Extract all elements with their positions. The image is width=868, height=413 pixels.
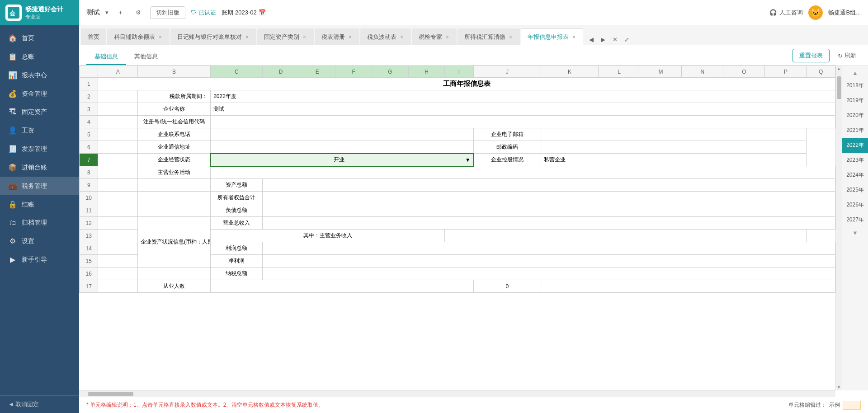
cell-15c[interactable]: 净利润 [211,255,263,268]
cell-9c[interactable]: 资产总额 [211,179,263,192]
tab-aux[interactable]: 科目辅助余额表 × [107,28,170,45]
cell-8c[interactable] [211,166,835,179]
cell-10d[interactable] [263,192,835,204]
year-2027[interactable]: 2027年 [842,212,868,227]
year-scroll-down[interactable]: ▼ [848,227,863,238]
sidebar-item-fund[interactable]: 💰 资金管理 [0,84,79,103]
cell-16d[interactable] [263,268,835,280]
year-2023[interactable]: 2023年 [842,153,868,168]
cell-15d[interactable] [263,255,835,268]
reset-btn[interactable]: 重置报表 [793,49,830,62]
scroll-down-btn[interactable]: ▼ [836,384,842,390]
cell-5k[interactable] [541,128,807,141]
cell-7k[interactable]: 私营企业 [541,154,807,166]
cell-4c[interactable] [211,116,835,128]
v-scrollbar[interactable]: ▲ ▼ [835,66,842,390]
year-2019[interactable]: 2019年 [842,93,868,108]
topbar-switch-btn[interactable]: 切到旧版 [150,6,185,19]
sidebar-item-invoice[interactable]: 🧾 发票管理 [0,140,79,158]
cell-7b[interactable]: 企业经营状态 [137,154,210,166]
year-2022[interactable]: 2022年 [842,138,868,153]
sidebar-collapse-btn[interactable]: ◄ 取消固定 [0,395,79,413]
cell-12b-merged[interactable]: 企业资产状况信息(币种：人民币万元) [137,217,210,268]
tab-close-tax-table[interactable]: × [348,34,353,40]
cell-12d[interactable] [263,217,835,230]
scroll-up-btn[interactable]: ▲ [836,66,842,72]
cell-3c[interactable]: 测试 [211,103,835,116]
cell-8b[interactable]: 主营业务活动 [137,166,210,179]
sidebar-item-home[interactable]: 🏠 首页 [0,29,79,47]
sidebar-item-settings[interactable]: ⚙ 设置 [0,232,79,250]
cell-6j[interactable]: 邮政编码 [473,141,541,154]
tab-close-income-tax[interactable]: × [508,34,513,40]
subtab-other[interactable]: 其他信息 [126,49,166,65]
cell-7c-dropdown[interactable]: 开业 ▼ [211,154,473,166]
tab-income-tax[interactable]: 所得税汇算清缴 × [458,28,520,45]
cell-14c[interactable]: 利润总额 [211,242,263,255]
h-scrollbar[interactable] [79,390,835,397]
cell-9d[interactable] [263,179,835,192]
cell-3b[interactable]: 企业名称 [137,103,210,116]
year-2025[interactable]: 2025年 [842,183,868,197]
tab-close-tax-check[interactable]: × [445,34,450,40]
cell-17j[interactable]: 0 [473,280,541,293]
cell-16c[interactable]: 纳税总额 [211,268,263,280]
cell-14d[interactable] [263,242,835,255]
cell-2c[interactable]: 2022年度 [211,90,835,103]
cell-17k[interactable] [541,280,835,293]
cell-6b[interactable]: 企业通信地址 [137,141,210,154]
cell-11d[interactable] [263,204,835,217]
sidebar-item-ledger[interactable]: 📋 总账 [0,47,79,66]
cell-17b[interactable]: 从业人数 [137,280,210,293]
tab-tax-wave[interactable]: 税负波动表 × [360,28,411,45]
tab-close-bank[interactable]: × [245,34,250,40]
year-2018[interactable]: 2018年 [842,78,868,93]
tab-close-annual[interactable]: × [571,34,576,40]
cell-5c[interactable] [211,128,473,141]
cell-13i[interactable] [445,230,807,242]
subtab-basic[interactable]: 基础信息 [86,49,126,65]
tab-home[interactable]: 首页 [81,28,106,45]
tab-tax-check[interactable]: 税检专家 × [412,28,457,45]
refresh-btn[interactable]: ↻ 刷新 [833,49,861,62]
calendar-icon[interactable]: 📅 [259,9,266,16]
topbar-dropdown-btn[interactable]: ▾ [105,9,108,16]
cell-5b[interactable]: 企业联系电话 [137,128,210,141]
sidebar-item-payroll[interactable]: 👤 工资 [0,121,79,140]
topbar-settings-btn[interactable]: ⚙ [132,6,145,19]
cell-10c[interactable]: 所有者权益合计 [211,192,263,204]
cell-6k[interactable] [541,141,807,154]
tab-bank[interactable]: 日记账与银行对账单核对 × [170,28,256,45]
tab-tax-table[interactable]: 税表清册 × [315,28,359,45]
spreadsheet-inner[interactable]: A B C D E F G H I J K L [79,66,835,390]
v-scroll-track[interactable] [836,72,842,384]
cell-5j[interactable]: 企业电子邮箱 [473,128,541,141]
year-2026[interactable]: 2026年 [842,197,868,212]
cell-7j[interactable]: 企业控股情况 [473,154,541,166]
tab-expand-btn[interactable]: ⤢ [621,34,632,45]
grid-title-cell[interactable]: 工商年报信息表 [98,78,835,90]
sidebar-item-tax[interactable]: 💼 税务管理 [0,177,79,195]
topbar-add-btn[interactable]: ＋ [114,6,127,19]
tab-next-btn[interactable]: ▶ [598,34,609,45]
year-scroll-up[interactable]: ▲ [848,67,863,78]
cell-12c[interactable]: 营业总收入 [211,217,263,230]
year-2021[interactable]: 2021年 [842,123,868,138]
cell-6c[interactable] [211,141,473,154]
year-2024[interactable]: 2024年 [842,168,868,183]
tab-close-aux[interactable]: × [158,34,163,40]
sidebar-item-guide[interactable]: ▶ 新手引导 [0,250,79,269]
sidebar-item-close[interactable]: 🔒 结账 [0,195,79,214]
sidebar-item-asset[interactable]: 🏗 固定资产 [0,103,79,121]
tab-fixed[interactable]: 固定资产类别 × [257,28,314,45]
sidebar-item-inventory[interactable]: 📦 进销台账 [0,158,79,177]
tab-annual[interactable]: 年报信息申报表 × [521,28,583,45]
cell-4b[interactable]: 注册号/统一社会信用代码 [137,116,210,128]
tab-prev-btn[interactable]: ◀ [586,34,597,45]
tab-close-all-btn[interactable]: ✕ [609,34,620,45]
sidebar-item-archive[interactable]: 🗂 归档管理 [0,214,79,232]
year-2020[interactable]: 2020年 [842,108,868,123]
cell-2b[interactable]: 税款所属期间： [137,90,210,103]
dropdown-arrow[interactable]: ▼ [465,157,471,163]
cell-13c[interactable]: 其中：主营业务收入 [211,230,445,242]
